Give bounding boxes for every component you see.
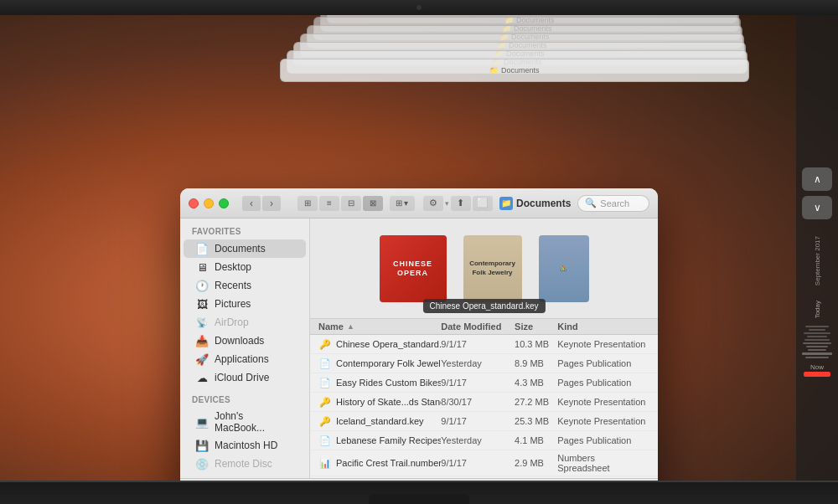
minimize-button[interactable] xyxy=(204,198,214,208)
desktop-icon: 🖥 xyxy=(195,260,209,274)
table-row[interactable]: 📄 Easy Rides Custom Bikes.pages 9/1/17 4… xyxy=(310,373,658,393)
icon-view-button[interactable]: ⊞ xyxy=(297,196,318,211)
downloads-icon: 📥 xyxy=(195,334,209,347)
sidebar: Favorites 📄 Documents 🖥 Desktop 🕐 Recent… xyxy=(180,219,310,478)
file-tooltip: Chinese Opera_standard.key xyxy=(422,299,545,313)
sidebar-label-remote-disc: Remote Disc xyxy=(215,458,272,470)
main-content: CHINESE OPERA Contemporary Folk Jewelry xyxy=(310,219,658,478)
macbook-icon: 💻 xyxy=(195,415,209,429)
laptop-camera xyxy=(416,5,422,10)
size-column-header[interactable]: Size xyxy=(515,321,557,332)
traffic-lights xyxy=(189,198,229,208)
opera-thumbnail: CHINESE OPERA xyxy=(380,235,447,302)
preview-item-opera[interactable]: CHINESE OPERA xyxy=(380,235,447,302)
file-icon: 📄 xyxy=(318,357,332,370)
sort-arrow: ▲ xyxy=(347,322,354,331)
search-icon: 🔍 xyxy=(585,198,597,208)
remote-disc-icon: 💿 xyxy=(195,457,209,471)
date-column-header[interactable]: Date Modified xyxy=(441,321,515,332)
laptop-frame-top xyxy=(0,0,838,15)
folder-icon: 📁 xyxy=(499,197,513,210)
action-buttons: ⚙ ▾ ⬆ ⬜ xyxy=(423,196,493,211)
table-row[interactable]: 📄 Contemporary Folk Jewelry.pages Yester… xyxy=(310,354,658,373)
sidebar-label-pictures: Pictures xyxy=(215,298,251,310)
arrange-button[interactable]: ⊞▾ xyxy=(390,196,415,211)
table-row[interactable]: 🔑 Iceland_standard.key 9/1/17 25.3 MB Ke… xyxy=(310,412,658,431)
file-list: Name ▲ Date Modified Size Kind 🔑 Chinese… xyxy=(310,319,658,478)
sidebar-item-downloads[interactable]: 📥 Downloads xyxy=(184,332,306,350)
documents-icon: 📄 xyxy=(195,242,209,255)
gear-button[interactable]: ⚙ xyxy=(423,196,443,211)
file-icon: 🔑 xyxy=(318,395,332,409)
jewelry-thumbnail: Contemporary Folk Jewelry xyxy=(463,235,522,302)
sidebar-item-macbook[interactable]: 💻 John's MacBook... xyxy=(184,408,306,436)
sidebar-item-airdrop[interactable]: 📡 AirDrop xyxy=(184,313,306,332)
file-icon: 📄 xyxy=(318,376,332,389)
timeline-sidebar: ∧ ∨ September 2017 Today Now xyxy=(796,0,838,504)
sidebar-label-macbook: John's MacBook... xyxy=(215,410,294,434)
pictures-icon: 🖼 xyxy=(195,297,209,311)
sidebar-item-macintosh-hd[interactable]: 💾 Macintosh HD xyxy=(184,436,306,455)
file-icon: 🔑 xyxy=(318,414,332,428)
sidebar-label-downloads: Downloads xyxy=(215,335,264,347)
stacked-window-8: 📁 Documents xyxy=(280,59,749,82)
sidebar-item-icloud[interactable]: ☁ iCloud Drive xyxy=(184,368,306,387)
now-bar xyxy=(804,372,830,377)
close-button[interactable] xyxy=(189,198,199,208)
list-view-button[interactable]: ≡ xyxy=(319,196,339,211)
column-view-button[interactable]: ⊟ xyxy=(341,196,361,211)
file-icon: 📊 xyxy=(318,456,332,470)
table-row[interactable]: 🔑 History of Skate...ds Standard.key 8/3… xyxy=(310,393,658,412)
fullscreen-action-button[interactable]: ⬜ xyxy=(473,196,493,211)
search-box[interactable]: 🔍 Search xyxy=(577,195,649,212)
name-column-header[interactable]: Name ▲ xyxy=(318,321,441,332)
preview-area: CHINESE OPERA Contemporary Folk Jewelry xyxy=(310,219,658,319)
sidebar-item-desktop[interactable]: 🖥 Desktop xyxy=(184,258,306,276)
timeline-down-button[interactable]: ∨ xyxy=(802,196,832,219)
share-button[interactable]: ⬆ xyxy=(451,196,471,211)
preview-item-bike[interactable]: 🚴 xyxy=(539,235,589,302)
kind-column-header: Kind xyxy=(557,321,649,332)
recents-icon: 🕐 xyxy=(195,279,209,292)
sidebar-item-pictures[interactable]: 🖼 Pictures xyxy=(184,295,306,313)
file-icon: 🔑 xyxy=(318,337,332,351)
timeline-up-button[interactable]: ∧ xyxy=(802,167,832,191)
timeline-bars xyxy=(801,326,833,358)
laptop-frame-bottom xyxy=(0,481,838,504)
navigation-buttons: ‹ › xyxy=(242,196,281,211)
devices-label: Devices xyxy=(180,395,309,404)
laptop-notch xyxy=(369,494,469,504)
sidebar-label-desktop: Desktop xyxy=(215,261,251,273)
sidebar-label-airdrop: AirDrop xyxy=(215,316,249,328)
finder-body: Favorites 📄 Documents 🖥 Desktop 🕐 Recent… xyxy=(180,219,658,478)
icloud-icon: ☁ xyxy=(195,371,209,384)
gallery-view-button[interactable]: ⊠ xyxy=(363,196,383,211)
fullscreen-button[interactable] xyxy=(219,198,229,208)
sidebar-item-applications[interactable]: 🚀 Applications xyxy=(184,350,306,368)
file-icon: 📄 xyxy=(318,434,332,447)
window-title: Documents xyxy=(516,198,571,209)
back-button[interactable]: ‹ xyxy=(242,196,261,211)
sidebar-label-documents: Documents xyxy=(215,243,266,255)
applications-icon: 🚀 xyxy=(195,352,209,366)
sidebar-item-documents[interactable]: 📄 Documents xyxy=(184,239,306,258)
forward-button[interactable]: › xyxy=(262,196,281,211)
table-row[interactable]: 📄 Lebanese Family Recipes.pages Yesterda… xyxy=(310,431,658,450)
view-controls: ⊞ ≡ ⊟ ⊠ xyxy=(297,196,383,211)
preview-item-jewelry[interactable]: Contemporary Folk Jewelry xyxy=(463,235,522,302)
file-rows: 🔑 Chinese Opera_standard.key 9/1/17 10.3… xyxy=(310,335,658,476)
table-row[interactable]: 📊 Pacific Crest Trail.numbers 9/1/17 2.9… xyxy=(310,450,658,476)
sidebar-item-remote-disc[interactable]: 💿 Remote Disc xyxy=(184,455,306,473)
file-list-header: Name ▲ Date Modified Size Kind xyxy=(310,319,658,335)
sidebar-label-macintosh-hd: Macintosh HD xyxy=(215,440,277,451)
timeline-today-label: Today xyxy=(814,301,821,318)
window-title-area: 📁 Documents xyxy=(499,197,571,210)
search-placeholder: Search xyxy=(600,198,629,208)
sidebar-label-recents: Recents xyxy=(215,280,251,291)
sidebar-item-recents[interactable]: 🕐 Recents xyxy=(184,276,306,295)
finder-titlebar: ‹ › ⊞ ≡ ⊟ ⊠ ⊞▾ ⚙ ▾ ⬆ ⬜ 📁 Documents 🔍 Sea… xyxy=(180,188,658,219)
sidebar-label-icloud: iCloud Drive xyxy=(215,372,269,383)
macintosh-hd-icon: 💾 xyxy=(195,439,209,452)
table-row[interactable]: 🔑 Chinese Opera_standard.key 9/1/17 10.3… xyxy=(310,335,658,354)
favorites-label: Favorites xyxy=(180,227,309,236)
